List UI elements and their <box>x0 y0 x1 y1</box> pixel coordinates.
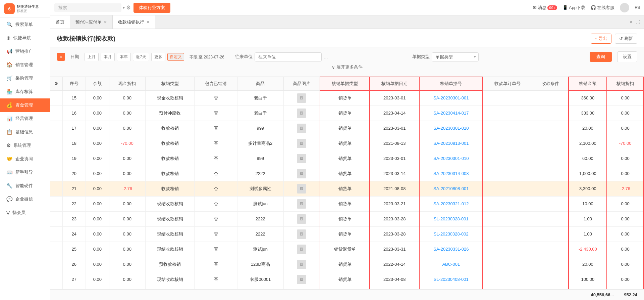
voucher-num-link[interactable]: ABC-001 <box>442 262 460 267</box>
td-cancel-voucher-num[interactable]: SA-20210808-001 <box>419 181 483 196</box>
settings-button[interactable]: 设置 <box>617 51 637 62</box>
service-item[interactable]: 🎧 在线客服 <box>591 5 614 11</box>
sidebar-item-operations[interactable]: 📊经营管理 <box>0 112 50 125</box>
td-gear <box>50 211 62 226</box>
message-item[interactable]: ✉ 消息 99+ <box>533 5 557 11</box>
voucher-num-link[interactable]: SL-20230328-001 <box>434 216 469 221</box>
td-cancel-voucher-num[interactable]: SL-20230408-001 <box>419 272 483 287</box>
sidebar-item-inventory[interactable]: 🏪库存核算 <box>0 85 50 98</box>
tab-home[interactable]: 首页 <box>50 15 70 29</box>
voucher-num-link[interactable]: SA-20230301-010 <box>433 156 469 161</box>
export-button[interactable]: ↑ 导出 <box>591 34 612 44</box>
date-btn-custom[interactable]: 自定义 <box>167 53 184 61</box>
voucher-num-link[interactable]: SA-20230314-008 <box>433 171 469 176</box>
user-avatar[interactable] <box>620 3 629 12</box>
sidebar-label-system: 系统管理 <box>13 142 31 148</box>
td-included-settled: 否 <box>195 166 237 181</box>
sidebar-item-purchase[interactable]: 🛒采购管理 <box>0 72 50 85</box>
voucher-num-link[interactable]: SL-20230328-002 <box>434 231 469 237</box>
voucher-num-link[interactable]: SA-20210813-001 <box>433 141 469 146</box>
expand-conditions[interactable]: ∨ 展开更多条件 <box>57 62 637 72</box>
topbar-dropdown-icon[interactable]: ▾ <box>123 5 125 10</box>
tab-receipt[interactable]: 收款核销执行 ✕ <box>113 15 155 29</box>
voucher-num-link[interactable]: SL-20230408-001 <box>434 277 469 282</box>
filter-toggle[interactable]: » <box>57 53 65 61</box>
query-button[interactable]: 查询 <box>590 52 612 62</box>
app-download-item[interactable]: 📱 App下载 <box>562 5 585 11</box>
td-cash-discount: 0.00 <box>109 151 145 166</box>
td-seq: 22 <box>62 196 86 211</box>
voucher-num-link[interactable]: SA-20210808-001 <box>433 186 469 191</box>
sidebar-item-wechat[interactable]: 💬企业微信 <box>0 192 50 206</box>
industry-btn[interactable]: 体验行业方案 <box>133 3 170 13</box>
table-container[interactable]: ⚙ 序号 余额 现金折扣 核销类型 包含已结清 商品 商品图片 核销单据类型 核… <box>50 77 644 300</box>
sidebar-item-shortcut[interactable]: ⊕快捷导航 <box>0 31 50 45</box>
td-cancel-voucher-num[interactable]: SA-20210813-001 <box>419 136 483 151</box>
td-cancel-voucher-num[interactable]: SA-20230314-008 <box>419 166 483 181</box>
date-btn-7days[interactable]: 近7天 <box>133 53 149 61</box>
date-btn-last-month[interactable]: 上月 <box>85 53 99 61</box>
td-goods: 2222 <box>237 226 283 242</box>
td-cancel-voucher-num[interactable]: SA-20230321-012 <box>419 196 483 211</box>
th-gear[interactable]: ⚙ <box>50 77 62 90</box>
td-cancel-discount: -2.76 <box>607 181 644 196</box>
partner-input[interactable] <box>255 52 322 61</box>
voucher-num-link[interactable]: SA-20230301-001 <box>433 95 469 100</box>
date-btn-more[interactable]: 更多 <box>151 53 165 61</box>
td-cancel-discount: 0.00 <box>607 166 644 181</box>
voucher-num-link[interactable]: SA-20230321-012 <box>433 201 469 206</box>
tab-prepay[interactable]: 预付冲应付单 ✕ <box>70 15 113 29</box>
td-cancel-amount: 20.00 <box>569 121 607 136</box>
sidebar-label-operations: 经营管理 <box>15 116 33 122</box>
sidebar-item-basic[interactable]: 📋基础信息 <box>0 125 50 139</box>
td-receipt-condition <box>532 105 569 121</box>
td-cancel-voucher-num[interactable]: SL-20230328-002 <box>419 226 483 242</box>
tab-receipt-close[interactable]: ✕ <box>146 20 150 25</box>
tab-prepay-close[interactable]: ✕ <box>104 20 107 25</box>
td-cancel-voucher-num[interactable]: SA-20230301-010 <box>419 121 483 136</box>
td-cancel-voucher-date: 2021-08-13 <box>370 136 419 151</box>
refresh-button[interactable]: ↺ 刷新 <box>615 34 637 44</box>
td-gear <box>50 121 62 136</box>
sidebar-item-smart[interactable]: 🔧智能硬件 <box>0 179 50 192</box>
sidebar-label-guide: 新手引导 <box>15 169 33 175</box>
topbar-search[interactable]: 搜索 <box>54 3 121 12</box>
td-balance: 0.00 <box>86 121 109 136</box>
sidebar-item-marketing[interactable]: 📢营销推广 <box>0 45 50 58</box>
sidebar-item-enterprise[interactable]: 🤝企业协同 <box>0 152 50 166</box>
td-cancel-amount: 3,390.00 <box>569 181 607 196</box>
td-balance: 0.00 <box>86 151 109 166</box>
td-included-settled: 否 <box>195 196 237 211</box>
date-btn-this-year[interactable]: 本年 <box>117 53 131 61</box>
logo-text-group: 畅捷通好生意 标准版 <box>17 4 39 13</box>
sidebar-item-member[interactable]: V畅会员 <box>0 206 50 219</box>
td-cancel-voucher-num[interactable]: SA-20230414-017 <box>419 105 483 121</box>
td-cancel-voucher-num[interactable]: ABC-001 <box>419 257 483 272</box>
table-row: 26 0.00 0.00 预收款核销 否 123D商品 🖼 销货单 2022-0… <box>50 257 644 272</box>
sidebar-item-system[interactable]: ⚙系统管理 <box>0 139 50 152</box>
td-cancel-voucher-num[interactable]: SA-20230331-026 <box>419 242 483 257</box>
sidebar-item-sales[interactable]: 🏠销售管理 <box>0 58 50 72</box>
goods-image-thumb: 🖼 <box>297 154 306 163</box>
td-cancel-voucher-num[interactable]: SA-20230301-001 <box>419 90 483 105</box>
td-cash-discount: 0.00 <box>109 121 145 136</box>
tabbar-expand-icon[interactable]: ⛶ <box>636 19 640 25</box>
partner-dots[interactable]: ... <box>324 54 328 60</box>
topbar-gear-icon[interactable]: ⚙ <box>126 4 131 11</box>
th-cancel-voucher-date: 核销单据日期 <box>370 77 419 90</box>
td-goods: 999 <box>237 151 283 166</box>
td-goods-image: 🖼 <box>283 136 320 151</box>
tabbar-close-icon[interactable]: ✕ <box>629 19 633 25</box>
sidebar-item-search[interactable]: 🔍搜索菜单 <box>0 18 50 31</box>
date-btn-this-month[interactable]: 本月 <box>101 53 115 61</box>
voucher-num-link[interactable]: SA-20230414-017 <box>433 111 469 116</box>
voucher-num-link[interactable]: SA-20230301-010 <box>433 126 469 131</box>
table-row: 25 0.00 0.00 现结收款核销 否 测试jun 🖼 销货退货单 2023… <box>50 242 644 257</box>
sidebar-item-guide[interactable]: 📖新手引导 <box>0 166 50 179</box>
voucher-type-select[interactable]: 单据类型 <box>432 52 479 61</box>
sidebar-item-finance[interactable]: 💰资金管理 <box>0 98 50 112</box>
td-cancel-voucher-num[interactable]: SA-20230301-010 <box>419 151 483 166</box>
td-cancel-voucher-type: 销货单 <box>320 272 370 287</box>
td-cancel-voucher-num[interactable]: SL-20230328-001 <box>419 211 483 226</box>
voucher-num-link[interactable]: SA-20230331-026 <box>433 247 469 252</box>
